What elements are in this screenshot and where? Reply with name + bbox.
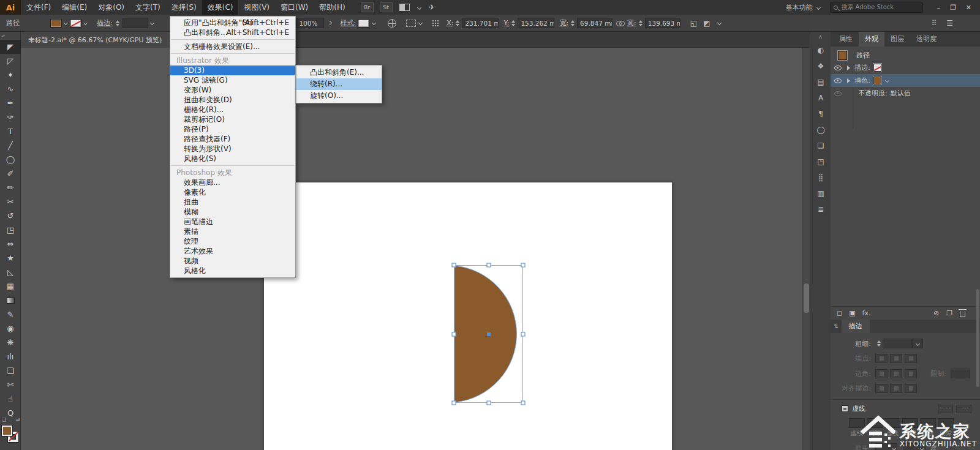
align-inside-button[interactable] [890,384,902,393]
share-icon[interactable]: ✈ [429,3,435,12]
style-label[interactable]: 样式: [340,18,356,28]
appearance-path-row[interactable]: 路径 [831,47,980,61]
color-guide-panel-icon[interactable]: ❖ [810,58,831,74]
shape-center-point[interactable] [487,332,491,336]
menubar-item[interactable]: 效果(C) [202,0,239,15]
effect-menu-item[interactable]: 风格化(S) [170,154,295,163]
effect-menu-item[interactable]: 扭曲和变换(D) [170,95,295,105]
color-panel-icon[interactable]: ◐ [810,42,831,58]
effect-menu-item[interactable]: 文档栅格效果设置(E)... [170,42,295,51]
panel-tab-透明度[interactable]: 透明度 [910,32,943,47]
opacity-visibility-eye-icon[interactable] [834,91,842,96]
selection-handle-w[interactable] [452,332,456,336]
style-swatch[interactable] [358,19,369,28]
width-stepper[interactable] [571,20,575,26]
strip-collapse-icon[interactable]: ∧ [810,32,831,42]
corner-miter-button[interactable] [875,369,888,378]
cap-projecting-button[interactable] [905,354,917,363]
selection-handle-nw[interactable] [452,263,456,268]
search-input[interactable]: 搜索 Adobe Stock [830,2,923,13]
document-tab[interactable]: 未标题-2.ai* @ 66.67% (CMYK/GPU 预览) × [21,32,182,48]
column-graph-tool[interactable]: ılı [0,350,21,364]
panel-collapse-icon[interactable]: ⇅ [831,323,842,329]
fill-row-swatch[interactable] [873,77,881,84]
appearance-opacity-row[interactable]: 不透明度: 默认值 [831,87,980,100]
limit-value-box[interactable] [951,369,970,378]
bridge-badge[interactable]: Br [361,2,374,12]
curvature-tool[interactable]: ✑ [0,110,21,124]
canvas-vertical-scrollbar[interactable] [802,48,810,450]
effect-menu-item[interactable]: 风格化 [170,266,295,276]
fill-row-caret-icon[interactable] [885,78,889,83]
effect-menu-item[interactable]: 凸出和斜角...Alt+Shift+Ctrl+E [170,28,295,37]
selection-handle-se[interactable] [521,401,526,405]
type-tool[interactable]: T [0,124,21,138]
selection-handle-n[interactable] [486,263,491,268]
scrollbar-thumb[interactable] [804,283,809,313]
appearance-stroke-row[interactable]: 描边: [831,61,980,74]
symbols-panel-icon[interactable]: ⣿ [810,170,831,186]
effect-menu-item[interactable]: 素描 [170,227,295,236]
stroke-row-swatch[interactable] [873,64,881,72]
close-button[interactable]: ✕ [961,4,976,12]
panel-tab-图层[interactable]: 图层 [884,32,910,47]
corner-bevel-button[interactable] [905,369,917,378]
submenu-item[interactable]: 绕转(R)... [296,78,382,90]
graphic-styles-panel-icon[interactable]: ▥ [810,186,831,201]
libraries-panel-icon[interactable]: ▤ [810,74,831,90]
selected-shape[interactable] [454,265,523,403]
select-similar-caret-icon[interactable] [418,21,423,25]
transform-icon[interactable]: ◱ [690,19,697,28]
effect-menu-item[interactable]: 视频 [170,256,295,266]
add-effect-icon[interactable]: fx. [862,309,871,317]
stock-badge[interactable]: St [380,2,393,12]
effect-menu-item[interactable]: 画笔描边 [170,217,295,227]
export-panel-icon[interactable]: ◳ [810,154,831,170]
workspace-switcher[interactable]: 基本功能 [785,3,821,12]
effect-menu-item[interactable]: 效果画廊... [170,178,295,187]
effect-menu-item[interactable]: 裁剪标记(O) [170,114,295,124]
effect-menu-item[interactable]: 扭曲 [170,197,295,207]
artboards-panel-icon[interactable]: ❏ [810,138,831,154]
clear-appearance-icon[interactable]: ⊘ [933,309,939,317]
weight-caret-box[interactable] [912,339,923,348]
mesh-tool[interactable]: ▦ [0,279,21,293]
style-caret-icon[interactable] [372,21,376,25]
paintbrush-tool[interactable]: ✐ [0,167,21,181]
effect-menu-item[interactable]: 模糊 [170,207,295,217]
effect-menu-item[interactable]: SVG 滤镜(G) [170,75,295,85]
magic-wand-tool[interactable]: ✦ [0,68,21,82]
x-stepper[interactable] [456,20,459,26]
corner-round-button[interactable] [890,369,902,378]
canvas[interactable] [21,48,810,450]
arrange-documents-caret-icon[interactable] [417,5,421,9]
constrain-proportions-icon[interactable] [616,20,625,26]
align-outside-button[interactable] [905,384,917,393]
opacity-more-icon[interactable] [328,21,332,25]
width-tool[interactable]: ⇔ [0,237,21,251]
menubar-item[interactable]: 窗口(W) [275,0,314,15]
reference-point-icon[interactable] [432,20,439,27]
stroke-panel-icon[interactable]: ◯ [810,122,831,138]
eyedropper-tool[interactable]: ✎ [0,307,21,321]
fill-disclosure-icon[interactable] [847,78,850,83]
add-fill-icon[interactable]: ▣ [849,309,855,317]
fill-swatch[interactable] [2,426,12,436]
shear-icon[interactable]: ◩ [703,19,710,28]
panel-tab-属性[interactable]: 属性 [833,32,859,47]
effect-menu-item[interactable]: 栅格化(R)... [170,105,295,114]
panel-scrollbar-thumb[interactable] [976,289,979,387]
line-segment-tool[interactable]: ╱ [0,138,21,152]
pen-tool[interactable]: ✒ [0,96,21,110]
puppet-warp-tool[interactable]: ★ [0,251,21,265]
delete-item-icon[interactable] [960,311,965,317]
effect-menu-item[interactable]: 路径(P) [170,124,295,134]
menubar-item[interactable]: 对象(O) [92,0,130,15]
height-value[interactable]: 139.693 mm [645,18,680,28]
stroke-weight-stepper[interactable] [116,20,119,26]
effect-menu-item[interactable]: 纹理 [170,236,295,246]
selection-handle-s[interactable] [486,401,491,405]
selection-tool[interactable]: ◤ [0,40,21,54]
weight-value-box[interactable] [883,339,912,348]
layers-panel-icon[interactable]: ≣ [810,201,831,217]
